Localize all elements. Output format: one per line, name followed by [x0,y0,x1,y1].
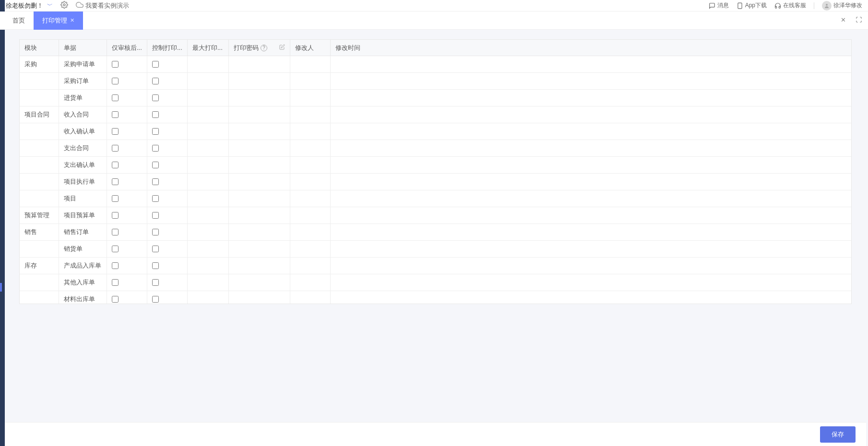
company-name: 徐老板勿删！ [6,1,43,10]
phone-icon [737,2,743,9]
tabbar: 首页 打印管理 ✕ ✕ [0,12,868,30]
messages-label: 消息 [717,1,729,10]
topbar-right: 消息 App下载 在线客服 徐泽华修改 [709,1,862,11]
demo-link[interactable]: 我要看实例演示 [76,1,129,10]
svg-point-3 [826,4,828,6]
headset-icon [774,2,781,9]
svg-point-0 [63,4,65,6]
tab-print-management[interactable]: 打印管理 ✕ [34,12,83,30]
cloud-icon [76,1,83,10]
user-name: 徐泽华修改 [833,1,862,10]
company-selector[interactable]: 徐老板勿删！ ﹀ [6,1,53,10]
expand-icon [856,16,862,23]
service-label: 在线客服 [783,1,806,10]
divider [814,2,814,9]
tab-home-label: 首页 [12,16,25,25]
tab-active-label: 打印管理 [42,16,67,25]
messages-link[interactable]: 消息 [709,1,729,10]
topbar-left: 徐老板勿删！ ﹀ 我要看实例演示 [6,1,129,10]
app-label: App下载 [745,1,767,10]
message-icon [709,2,715,9]
tabbar-actions: ✕ [839,14,864,26]
close-icon[interactable]: ✕ [70,17,74,23]
chevron-down-icon: ﹀ [47,1,53,10]
person-icon [824,3,830,9]
topbar: 徐老板勿删！ ﹀ 我要看实例演示 消息 App下载 在线客服 [0,0,868,12]
tab-home[interactable]: 首页 [4,12,34,30]
fullscreen-button[interactable] [854,14,864,26]
user-menu[interactable]: 徐泽华修改 [822,1,862,11]
customer-service-link[interactable]: 在线客服 [774,1,806,10]
avatar [822,1,832,11]
app-download-link[interactable]: App下载 [737,1,767,10]
demo-label: 我要看实例演示 [85,1,129,10]
close-all-button[interactable]: ✕ [839,14,848,26]
svg-rect-1 [738,3,742,9]
gear-icon[interactable] [60,1,68,10]
